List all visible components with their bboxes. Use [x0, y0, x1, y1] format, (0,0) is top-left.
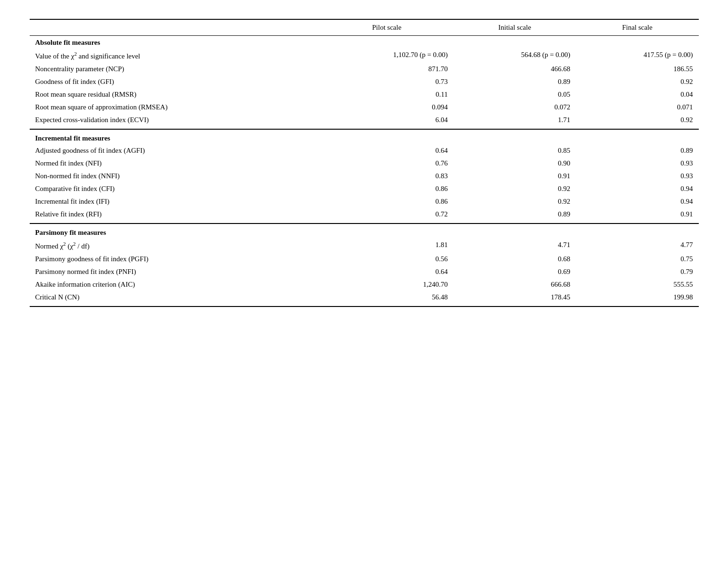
initial-cell: 4.71: [453, 239, 576, 253]
table-row: Non-normed fit index (NNFI)0.830.910.93: [30, 170, 699, 182]
pilot-cell: 56.48: [320, 291, 453, 306]
table-row: Expected cross-validation index (ECVI)6.…: [30, 114, 699, 129]
final-cell: 0.071: [576, 101, 698, 114]
col-header-final: Final scale: [576, 19, 698, 36]
final-cell: 0.79: [576, 265, 698, 278]
initial-cell: 564.68 (p = 0.00): [453, 49, 576, 63]
final-cell: 0.04: [576, 88, 698, 101]
pilot-cell: 6.04: [320, 114, 453, 129]
table-row: Comparative fit index (CFI)0.860.920.94: [30, 182, 699, 195]
table-row: Akaike information criterion (AIC)1,240.…: [30, 278, 699, 291]
initial-cell: 666.68: [453, 278, 576, 291]
measure-cell: Goodness of fit index (GFI): [30, 75, 320, 88]
initial-cell: 0.85: [453, 144, 576, 157]
measure-cell: Normed χ2 (χ2 / df): [30, 239, 320, 253]
final-cell: 0.92: [576, 75, 698, 88]
measure-cell: Incremental fit index (IFI): [30, 195, 320, 208]
pilot-cell: 0.76: [320, 157, 453, 170]
pilot-cell: 0.56: [320, 253, 453, 265]
table-row: Root mean square residual (RMSR)0.110.05…: [30, 88, 699, 101]
final-cell: 0.94: [576, 182, 698, 195]
pilot-cell: 1,240.70: [320, 278, 453, 291]
initial-cell: 0.69: [453, 265, 576, 278]
initial-cell: 0.92: [453, 195, 576, 208]
final-cell: 417.55 (p = 0.00): [576, 49, 698, 63]
table-row: Critical N (CN)56.48178.45199.98: [30, 291, 699, 306]
measure-cell: Akaike information criterion (AIC): [30, 278, 320, 291]
table-row: Goodness of fit index (GFI)0.730.890.92: [30, 75, 699, 88]
initial-cell: 0.68: [453, 253, 576, 265]
final-cell: 555.55: [576, 278, 698, 291]
measure-cell: Comparative fit index (CFI): [30, 182, 320, 195]
table-row: Noncentrality parameter (NCP)871.70466.6…: [30, 63, 699, 75]
final-cell: 186.55: [576, 63, 698, 75]
pilot-cell: 0.72: [320, 208, 453, 224]
col-header-measure: [30, 19, 320, 36]
table-row: Incremental fit index (IFI)0.860.920.94: [30, 195, 699, 208]
initial-cell: 0.92: [453, 182, 576, 195]
pilot-cell: 0.64: [320, 144, 453, 157]
measure-cell: Root mean square residual (RMSR): [30, 88, 320, 101]
initial-cell: 178.45: [453, 291, 576, 306]
table-row: Adjusted goodness of fit index (AGFI)0.6…: [30, 144, 699, 157]
table-container: Pilot scale Initial scale Final scale Ab…: [30, 19, 699, 307]
measure-cell: Expected cross-validation index (ECVI): [30, 114, 320, 129]
measure-cell: Normed fit index (NFI): [30, 157, 320, 170]
final-cell: 0.92: [576, 114, 698, 129]
initial-cell: 0.05: [453, 88, 576, 101]
col-header-pilot: Pilot scale: [320, 19, 453, 36]
final-cell: 0.89: [576, 144, 698, 157]
measure-cell: Value of the χ2 and significance level: [30, 49, 320, 63]
section-header-row: Incremental fit measures: [30, 129, 699, 144]
final-cell: 0.93: [576, 157, 698, 170]
initial-cell: 0.072: [453, 101, 576, 114]
pilot-cell: 1.81: [320, 239, 453, 253]
final-cell: 4.77: [576, 239, 698, 253]
final-cell: 0.94: [576, 195, 698, 208]
measure-cell: Parsimony normed fit index (PNFI): [30, 265, 320, 278]
section-header-row: Parsimony fit measures: [30, 224, 699, 239]
pilot-cell: 0.73: [320, 75, 453, 88]
pilot-cell: 0.83: [320, 170, 453, 182]
table-row: Root mean square of approximation (RMSEA…: [30, 101, 699, 114]
measure-cell: Non-normed fit index (NNFI): [30, 170, 320, 182]
measure-cell: Relative fit index (RFI): [30, 208, 320, 224]
final-cell: 199.98: [576, 291, 698, 306]
table-row: Parsimony goodness of fit index (PGFI)0.…: [30, 253, 699, 265]
final-cell: 0.91: [576, 208, 698, 224]
pilot-cell: 1,102.70 (p = 0.00): [320, 49, 453, 63]
pilot-cell: 871.70: [320, 63, 453, 75]
pilot-cell: 0.11: [320, 88, 453, 101]
table-row: Relative fit index (RFI)0.720.890.91: [30, 208, 699, 224]
pilot-cell: 0.094: [320, 101, 453, 114]
final-cell: 0.93: [576, 170, 698, 182]
measure-cell: Noncentrality parameter (NCP): [30, 63, 320, 75]
initial-cell: 0.89: [453, 208, 576, 224]
measure-cell: Critical N (CN): [30, 291, 320, 306]
col-header-initial: Initial scale: [453, 19, 576, 36]
pilot-cell: 0.86: [320, 182, 453, 195]
table-row: Value of the χ2 and significance level1,…: [30, 49, 699, 63]
initial-cell: 1.71: [453, 114, 576, 129]
measure-cell: Root mean square of approximation (RMSEA…: [30, 101, 320, 114]
table-row: Normed χ2 (χ2 / df)1.814.714.77: [30, 239, 699, 253]
initial-cell: 466.68: [453, 63, 576, 75]
pilot-cell: 0.64: [320, 265, 453, 278]
initial-cell: 0.91: [453, 170, 576, 182]
table-row: Parsimony normed fit index (PNFI)0.640.6…: [30, 265, 699, 278]
fit-measures-table: Pilot scale Initial scale Final scale Ab…: [30, 19, 699, 307]
section-header-label: Incremental fit measures: [30, 129, 699, 144]
measure-cell: Parsimony goodness of fit index (PGFI): [30, 253, 320, 265]
table-row: Normed fit index (NFI)0.760.900.93: [30, 157, 699, 170]
initial-cell: 0.90: [453, 157, 576, 170]
section-header-label: Parsimony fit measures: [30, 224, 699, 239]
measure-cell: Adjusted goodness of fit index (AGFI): [30, 144, 320, 157]
section-header-label: Absolute fit measures: [30, 36, 699, 49]
section-header-row: Absolute fit measures: [30, 36, 699, 49]
pilot-cell: 0.86: [320, 195, 453, 208]
final-cell: 0.75: [576, 253, 698, 265]
initial-cell: 0.89: [453, 75, 576, 88]
